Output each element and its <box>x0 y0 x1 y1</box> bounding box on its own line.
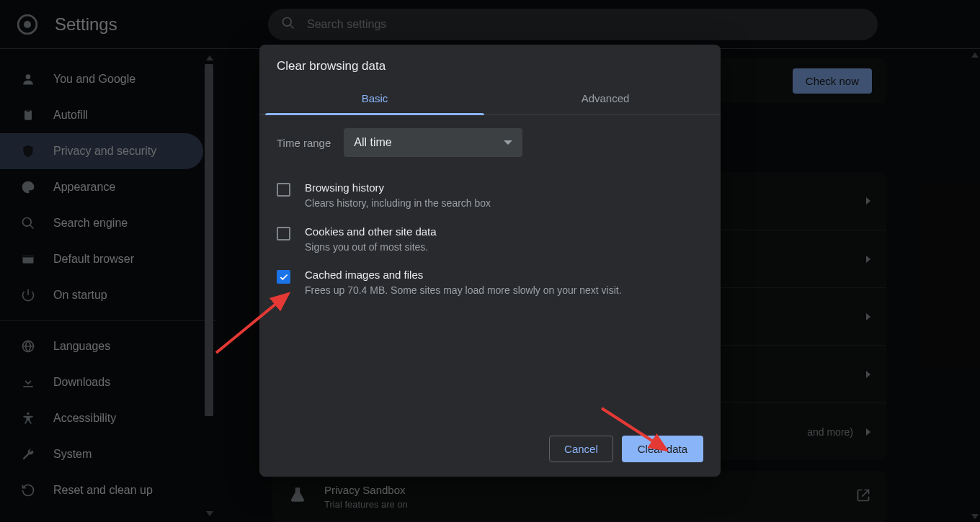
palette-icon <box>20 179 36 195</box>
checkbox-cached-images-and-files[interactable] <box>277 270 290 284</box>
chevron-right-icon <box>866 371 870 378</box>
time-range-label: Time range <box>277 137 331 149</box>
sidebar-item-privacy-and-security[interactable]: Privacy and security <box>0 133 203 169</box>
search-settings-field[interactable] <box>268 9 878 40</box>
sidebar-item-languages[interactable]: Languages <box>0 328 203 364</box>
dialog-tabs: Basic Advanced <box>259 82 721 115</box>
time-range-select[interactable]: All time <box>344 128 522 157</box>
scroll-down-icon[interactable] <box>971 514 979 519</box>
svg-rect-5 <box>24 110 32 120</box>
sandbox-subtitle: Trial features are on <box>324 499 408 510</box>
clear-option-browsing-history: Browsing historyClears history, includin… <box>277 174 703 218</box>
sidebar-item-label: Languages <box>53 340 110 353</box>
search-icon <box>281 16 295 33</box>
browser-icon <box>20 251 36 267</box>
shield-icon <box>20 143 36 159</box>
checkbox-cookies-and-other-site-data[interactable] <box>277 227 290 240</box>
dialog-footer: Cancel Clear data <box>259 424 721 477</box>
row-text: and more) <box>807 426 853 438</box>
svg-line-8 <box>30 225 34 229</box>
svg-line-3 <box>290 25 294 29</box>
power-icon <box>20 287 36 303</box>
chevron-right-icon <box>866 256 870 263</box>
chrome-logo-icon <box>17 14 37 35</box>
sandbox-title: Privacy Sandbox <box>324 484 408 496</box>
sidebar-item-label: Search engine <box>53 217 128 230</box>
option-title: Cookies and other site data <box>305 225 437 238</box>
sidebar-item-you-and-google[interactable]: You and Google <box>0 61 203 97</box>
tab-advanced[interactable]: Advanced <box>490 82 721 114</box>
option-title: Browsing history <box>305 181 491 194</box>
download-icon <box>20 374 36 390</box>
svg-rect-10 <box>23 255 34 257</box>
sidebar-item-reset-and-clean-up[interactable]: Reset and clean up <box>0 472 203 508</box>
flask-icon <box>288 486 307 508</box>
svg-rect-6 <box>27 109 30 112</box>
sidebar-divider <box>0 320 216 321</box>
sidebar-item-search-engine[interactable]: Search engine <box>0 205 203 241</box>
clear-option-cookies-and-other-site-data: Cookies and other site dataSigns you out… <box>277 218 703 262</box>
time-range-value: All time <box>354 136 391 149</box>
option-description: Frees up 70.4 MB. Some sites may load mo… <box>305 284 622 298</box>
svg-point-1 <box>24 20 31 27</box>
svg-point-12 <box>27 413 29 415</box>
dialog-title: Clear browsing data <box>259 45 721 82</box>
cancel-button[interactable]: Cancel <box>549 436 613 462</box>
sidebar-item-default-browser[interactable]: Default browser <box>0 241 203 277</box>
chevron-right-icon <box>866 197 870 204</box>
sidebar-item-label: Autofill <box>53 109 88 122</box>
checkbox-browsing-history[interactable] <box>277 183 290 197</box>
accessibility-icon <box>20 410 36 426</box>
dialog-body: Time range All time Browsing historyClea… <box>259 115 721 424</box>
sidebar-item-downloads[interactable]: Downloads <box>0 364 203 400</box>
sidebar-item-on-startup[interactable]: On startup <box>0 277 203 313</box>
settings-sidebar: You and GoogleAutofillPrivacy and securi… <box>0 50 216 522</box>
wrench-icon <box>20 446 36 462</box>
sidebar-item-label: Appearance <box>53 181 115 194</box>
person-icon <box>20 71 36 87</box>
clear-data-button[interactable]: Clear data <box>622 436 703 462</box>
page-title: Settings <box>55 14 117 35</box>
check-now-button[interactable]: Check now <box>793 68 872 94</box>
chevron-right-icon <box>866 313 870 320</box>
privacy-sandbox-row[interactable]: Privacy Sandbox Trial features are on <box>272 471 886 522</box>
scroll-up-icon[interactable] <box>206 55 213 60</box>
scroll-down-icon[interactable] <box>206 511 213 516</box>
main-scrollbar[interactable] <box>968 50 980 522</box>
chevron-down-icon <box>504 140 512 145</box>
search-icon <box>20 215 36 231</box>
scroll-up-icon[interactable] <box>971 53 979 58</box>
svg-point-2 <box>283 18 292 27</box>
restore-icon <box>20 482 36 498</box>
sidebar-item-label: On startup <box>53 289 107 302</box>
sidebar-item-system[interactable]: System <box>0 436 203 472</box>
external-link-icon <box>856 488 870 505</box>
clipboard-icon <box>20 107 36 123</box>
svg-point-4 <box>26 74 31 79</box>
option-description: Signs you out of most sites. <box>305 240 437 255</box>
option-description: Clears history, including in the search … <box>305 197 491 211</box>
search-input[interactable] <box>306 17 865 32</box>
option-title: Cached images and files <box>305 269 622 281</box>
app-header: Settings <box>0 0 980 49</box>
chevron-right-icon <box>866 428 870 436</box>
sidebar-scrollbar[interactable] <box>205 54 213 518</box>
sidebar-item-label: Accessibility <box>53 412 116 425</box>
svg-point-7 <box>23 218 32 227</box>
clear-browsing-data-dialog: Clear browsing data Basic Advanced Time … <box>259 45 721 477</box>
sidebar-item-autofill[interactable]: Autofill <box>0 97 203 133</box>
sidebar-item-label: Privacy and security <box>53 145 156 158</box>
clear-option-cached-images-and-files: Cached images and filesFrees up 70.4 MB.… <box>277 261 703 305</box>
sidebar-item-label: Default browser <box>53 253 134 266</box>
sidebar-item-label: System <box>53 448 92 461</box>
sidebar-item-accessibility[interactable]: Accessibility <box>0 400 203 436</box>
sidebar-item-label: Reset and clean up <box>53 484 153 497</box>
sidebar-item-appearance[interactable]: Appearance <box>0 169 203 205</box>
time-range-row: Time range All time <box>277 128 703 157</box>
sidebar-item-label: You and Google <box>53 73 135 86</box>
scroll-thumb[interactable] <box>205 64 213 416</box>
globe-icon <box>20 338 36 354</box>
tab-basic[interactable]: Basic <box>259 82 490 114</box>
sidebar-item-label: Downloads <box>53 376 110 389</box>
